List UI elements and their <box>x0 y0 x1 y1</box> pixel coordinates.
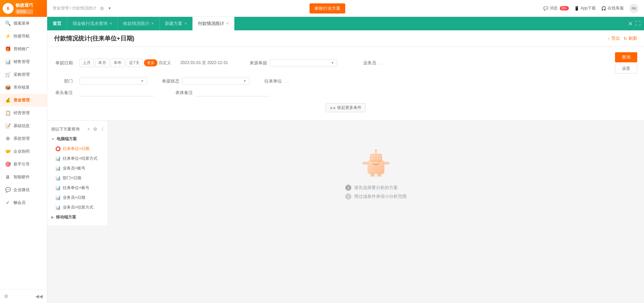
scheme-panel-header: 按以下方案查询 ＋ ⚙ 《 <box>47 124 108 134</box>
refresh-btn[interactable]: ↻ 刷新 <box>623 35 637 41</box>
sidebar-item-capital[interactable]: 💰 资金管理 <box>0 94 47 107</box>
date-btn-this-month[interactable]: 本月 <box>95 59 109 67</box>
voucher-status-arrow: ▼ <box>243 79 246 83</box>
target-icon: 🎯 <box>5 161 11 167</box>
sidebar-item-hardware[interactable]: 🖥 智能硬件 <box>0 171 47 183</box>
tab-payment-stats[interactable]: 付款情况统计 × <box>193 17 234 30</box>
scheme-group-arrow: ▼ <box>51 137 55 141</box>
date-btn-last-month[interactable]: 上月 <box>80 59 94 67</box>
scheme-settings-icon[interactable]: ⚙ <box>93 126 97 132</box>
sidebar-item-enterprise-label: 企业协同 <box>13 149 30 154</box>
scheme-add-icon[interactable]: ＋ <box>86 126 91 132</box>
topbar-settings-icon[interactable]: ⚙ <box>100 6 104 11</box>
breadcrumb: 资金管理 / 付款情况统计 <box>53 5 96 11</box>
sidebar-item-hardware-label: 智能硬件 <box>13 174 30 180</box>
source-voucher-arrow: ▼ <box>331 61 334 65</box>
filter-settings-btn[interactable]: 设置 <box>615 64 637 73</box>
sidebar-item-inventory[interactable]: 📦 库存核算 <box>0 81 47 94</box>
tab-bank-flow[interactable]: 现金银行流水查询 × <box>67 17 118 30</box>
scheme-item-salesperson-account[interactable]: 📊 业务员+账号 <box>47 163 108 173</box>
tab-home[interactable]: 首页 <box>47 17 67 30</box>
mobile-scheme-label: 移动端方案 <box>56 214 76 220</box>
online-service-group[interactable]: 🎧 在线客服 <box>601 5 624 11</box>
sidebar-item-marketing-label: 营销推广 <box>13 46 30 52</box>
svg-rect-9 <box>377 173 381 177</box>
sidebar-item-operations[interactable]: 📋 经营管理 <box>0 107 47 119</box>
tab-bar-right: ✕ ⛶ <box>625 17 644 30</box>
scheme-panel-collapse-btn[interactable]: 《 <box>99 126 104 132</box>
date-btn-more[interactable]: 更多 <box>144 59 157 66</box>
export-btn[interactable]: ↑ 导出 <box>608 35 620 41</box>
data-area: 1 请先选择要分析的方案 2 用过滤条件来缩小分析范围 <box>108 121 644 225</box>
svg-rect-1 <box>370 154 382 162</box>
counterpart-group: 往来单位 ... <box>263 78 290 84</box>
sidebar-item-vip-label: 畅会员 <box>13 200 26 206</box>
scheme-panel: 按以下方案查询 ＋ ⚙ 《 ▼ 电脑端方案 ⭕ <box>47 121 108 225</box>
table-header-note-input[interactable] <box>80 89 154 96</box>
tab-collection-stats-close[interactable]: × <box>151 21 154 26</box>
sidebar-item-sales[interactable]: 📊 销售管理 <box>0 55 47 68</box>
tab-bank-flow-close[interactable]: × <box>110 21 112 26</box>
vip-icon: ✓ <box>5 200 11 206</box>
date-custom-btn[interactable]: 自定义 <box>159 60 171 66</box>
counterpart-input[interactable]: ... <box>285 79 290 84</box>
empty-tip-2: 2 用过滤条件来缩小分析范围 <box>345 193 407 200</box>
sidebar-item-guide[interactable]: 🎯 新手引导 <box>0 158 47 171</box>
scheme-item-counterpart-date[interactable]: ⭕ 往来单位+日期 <box>47 144 108 154</box>
sidebar-logo: 6 <box>3 3 13 14</box>
tab-new-scheme[interactable]: 新建方案 × <box>159 17 193 30</box>
tab-close-all-btn[interactable]: ✕ <box>628 21 633 27</box>
sidebar-item-wechat[interactable]: 💬 企业微信 <box>0 183 47 196</box>
table-body-note-label: 表体备注 <box>174 90 193 96</box>
voucher-status-select[interactable]: ▼ <box>182 78 250 85</box>
sidebar-item-quick-nav[interactable]: ⚡ 快捷导航 <box>0 30 47 42</box>
page-header: 付款情况统计(往来单位+日期) ↑ 导出 ↻ 刷新 <box>47 30 644 47</box>
scheme-item-salesperson-payment[interactable]: 📊 业务员+结算方式 <box>47 203 108 212</box>
topbar-dropdown-icon[interactable]: ▼ <box>108 6 112 11</box>
query-btn[interactable]: 查询 <box>615 52 637 62</box>
sidebar-item-vip[interactable]: ✓ 畅会员 <box>0 196 47 209</box>
cart-icon: 🛒 <box>5 71 11 78</box>
scheme-item-salesperson-date[interactable]: 📊 业务员+日期 <box>47 193 108 203</box>
scheme-item-salesperson-account-label: 业务员+账号 <box>63 165 85 171</box>
scheme-table-icon-2: 📊 <box>55 166 61 171</box>
scheme-item-counterpart-account[interactable]: 📊 往来单位+账号 <box>47 183 108 193</box>
sidebar-item-quick-nav-label: 快捷导航 <box>13 33 30 39</box>
salesperson-input[interactable]: ... <box>379 61 384 65</box>
tab-new-scheme-label: 新建方案 <box>165 21 182 27</box>
tab-maximize-btn[interactable]: ⛶ <box>635 21 641 27</box>
sidebar-title: 畅捷通巧 <box>16 3 33 8</box>
sidebar-item-purchase[interactable]: 🛒 采购管理 <box>0 68 47 81</box>
dept-select[interactable]: ▼ <box>80 78 147 85</box>
sidebar-item-basic-info-label: 基础信息 <box>13 123 30 129</box>
tab-new-scheme-close[interactable]: × <box>184 21 187 26</box>
sidebar-item-purchase-label: 采购管理 <box>13 72 30 78</box>
sidebar-item-system[interactable]: ⚙ 系统管理 <box>0 132 47 145</box>
source-voucher-select[interactable]: ▼ <box>270 59 337 66</box>
sidebar-item-marketing[interactable]: 🎁 营销推广 <box>0 42 47 55</box>
tab-payment-stats-close[interactable]: × <box>226 21 229 26</box>
top-bar-left: 资金管理 / 付款情况统计 ⚙ ▼ <box>53 5 112 11</box>
table-body-note-input[interactable] <box>196 89 270 96</box>
desktop-scheme-group-title[interactable]: ▼ 电脑端方案 <box>47 134 108 144</box>
sidebar-item-enterprise[interactable]: 🤝 企业协同 <box>0 145 47 158</box>
svg-point-4 <box>373 157 374 158</box>
tab-collection-stats[interactable]: 收款情况统计 × <box>118 17 159 30</box>
scheme-item-dept-date[interactable]: 📊 部门+日期 <box>47 173 108 183</box>
sidebar-item-basic-info[interactable]: 📝 基础信息 <box>0 119 47 132</box>
date-btn-this-year[interactable]: 本年 <box>111 59 125 67</box>
scheme-panel-header-text: 按以下方案查询 <box>51 126 80 132</box>
mobile-scheme-group-title[interactable]: ▶ 移动端方案 <box>47 212 108 222</box>
tab-spacer <box>234 17 625 30</box>
sidebar-item-search[interactable]: 🔍 搜索菜单 <box>0 17 47 30</box>
date-btn-7days[interactable]: 近7天 <box>126 59 143 67</box>
collapse-more-btn[interactable]: ∧∧ 收起更多条件 <box>325 103 366 112</box>
message-group[interactable]: 💬 消息 99+ <box>543 5 569 11</box>
filter-row-2: 部门 ▼ 单据状态 ▼ 往来单位 ... <box>54 78 637 85</box>
user-avatar[interactable]: Rit <box>629 4 639 13</box>
app-download-group[interactable]: 📱 App下载 <box>574 5 596 11</box>
footer-collapse-btn[interactable]: ◀◀ <box>34 292 44 300</box>
footer-settings-btn[interactable]: ⚙ <box>3 292 10 300</box>
trial-industry-btn[interactable]: 体验行业方案 <box>310 3 345 13</box>
scheme-item-counterpart-payment[interactable]: 📊 往来单位+结算方式 <box>47 154 108 163</box>
